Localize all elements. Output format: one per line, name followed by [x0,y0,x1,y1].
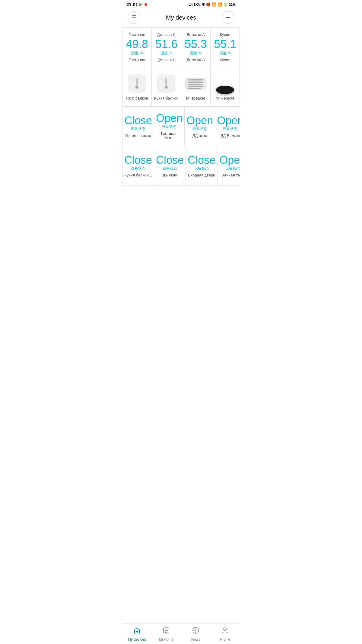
device-cell-kukhnya[interactable]: Кухня 55.1 湿度 % Кухня [211,28,240,67]
device-name-vkhodnaya: Входная дверь [188,173,215,177]
nav-item-profile[interactable]: Profile [211,623,240,644]
status-vkhodnaya: Close [188,154,215,166]
status-dd-okno: Open [186,115,213,127]
status-gostinaaya-okno: Close [124,115,152,127]
thermometer-icon-2 [157,75,175,93]
svg-point-18 [224,628,227,631]
room-name-2: Детская Д [157,32,176,37]
status-label-kukhnya-balkon-2: 设备状态 [131,166,145,171]
profile-icon [221,627,229,636]
room-name-1: Гостиная [129,32,145,37]
speaker-img [185,73,206,94]
device-name-gost-balkon: Гост. балкон [126,96,148,100]
status-kukhnya-balkon-2: Close [124,154,152,166]
device-cell-da-okno[interactable]: Close 设备状态 ДА окно [154,146,186,186]
device-cell-kukhnya-balkon[interactable]: Кухня балкон [152,67,181,106]
nav-label-my-devices: My devices [128,637,146,642]
svg-rect-8 [136,631,138,633]
status-label-dd-balkon: 设备状态 [223,126,237,132]
mute-icon: 🔕 [206,2,211,7]
humidity-unit-3: 湿度 % [190,51,202,56]
status-label-vannaya: 设备状态 [225,166,240,171]
svg-rect-2 [137,80,138,85]
mi-home-icon [162,627,170,636]
network-speed: 14.3K/с [189,3,201,6]
remote-img [214,73,236,94]
device-name-kukhnya-balkon-2: Кухня балкон... [124,173,152,177]
status-time: 21:01 [126,2,138,7]
device-cell-gostinaaya-okno[interactable]: Close 设备状态 Гостиная окно [122,107,154,146]
add-icon: + [226,14,230,21]
status-label-dd-okno: 设备状态 [192,126,207,132]
remote-disc-icon [216,86,234,94]
nav-item-mi-home[interactable]: Mi Home [152,623,181,644]
speaker-lines [188,79,203,89]
device-cell-dd-okno[interactable]: Open 设备状态 ДД окно [185,107,215,146]
device-name-vannaya: Ванная течь [221,173,240,177]
nav-label-mi-home: Mi Home [159,637,173,642]
device-icon-row: Гост. балкон Кухня балкон [122,67,240,106]
device-cell-vannaya[interactable]: Open 设备状态 Ванная течь [218,146,240,186]
page-title: My devices [166,14,196,21]
device-cell-gostinaaya[interactable]: Гостиная 49.8 湿度 % Гостиная [122,28,152,67]
status-row-1: Close 设备状态 Гостиная окно Open 设备状态 Гости… [122,106,240,146]
menu-icon: ☰ [132,14,136,21]
menu-button[interactable]: ☰ [128,11,140,24]
add-device-button[interactable]: + [222,11,234,24]
device-name-mi-speaker: Mi speaker [186,96,205,100]
status-left: 21:01 ▶ ⏺ [126,2,148,7]
device-cell-kukhnya-balkon-2[interactable]: Close 设备状态 Кухня балкон... [122,146,154,186]
device-cell-detskaya-a[interactable]: Детская А 55.3 湿度 % Детская А [181,28,211,67]
humidity-value-3: 55.3 [185,38,207,51]
app-header: ☰ My devices + [122,8,240,27]
room-name-4: Кухня [220,32,230,37]
device-name-1: Гостиная [129,58,145,62]
device-name-2: Детская Д [157,58,176,62]
humidity-unit-4: 湿度 % [219,51,231,56]
svg-point-3 [136,86,138,88]
humidity-unit-1: 湿度 % [131,51,143,56]
device-cell-mi-remote[interactable]: Mi Remote [211,67,240,106]
news-icon [192,627,200,636]
device-cell-vkhodnaya[interactable]: Close 设备状态 Входная дверь [186,146,218,186]
device-name-3: Детская А [186,58,205,62]
status-label-gostinaaya-okno: 设备状态 [131,126,145,132]
device-cell-gostinaaya-bal[interactable]: Open 设备状态 Гостиная бал... [154,107,185,146]
wifi-icon: 📶 [212,2,216,7]
bottom-nav: My devices Mi Home News [122,623,240,644]
play-icon: ▶ [139,2,142,7]
humidity-value-1: 49.8 [126,38,148,51]
status-label-da-okno: 设备状态 [163,166,177,171]
signal-icon: 📶 [218,2,222,7]
device-name-da-okno: ДА окно [163,173,177,177]
device-cell-dd-balkon[interactable]: Open 设备状态 ДД Балкон [215,107,240,146]
humidity-unit-2: 湿度 % [160,51,172,56]
battery-percent: 22% [229,3,236,6]
device-cell-gost-balkon[interactable]: Гост. балкон [122,67,152,106]
nav-item-my-devices[interactable]: My devices [122,623,152,644]
room-name-3: Детская А [186,32,205,37]
device-cell-mi-speaker[interactable]: Mi speaker [181,67,211,106]
svg-point-7 [165,86,167,88]
status-bar: 21:01 ▶ ⏺ 14.3K/с ✱ 🔕 📶 📶 🔋 22% [122,0,240,8]
device-name-dd-balkon: ДД Балкон [221,133,240,138]
main-content: Гостиная 49.8 湿度 % Гостиная Детская Д 51… [122,27,240,207]
status-label-gostinaaya-bal: 设备状态 [162,124,176,129]
home-icon [133,627,141,636]
status-dd-balkon: Open [217,115,240,127]
thermometer-img-2 [156,73,177,94]
device-cell-detskaya-d[interactable]: Детская Д 51.6 湿度 % Детская Д [152,28,181,67]
humidity-row: Гостиная 49.8 湿度 % Гостиная Детская Д 51… [122,27,240,67]
status-right: 14.3K/с ✱ 🔕 📶 📶 🔋 22% [189,2,236,7]
device-name-kukhnya-balkon: Кухня балкон [154,96,179,100]
nav-item-news[interactable]: News [181,623,211,644]
nav-label-news: News [191,637,200,642]
record-icon: ⏺ [144,2,148,7]
device-name-mi-remote: Mi Remote [215,96,234,100]
speaker-icon [185,78,206,90]
status-gostinaaya-bal: Open [156,112,183,124]
device-name-dd-okno: ДД окно [192,133,207,138]
status-vannaya: Open [219,154,240,166]
device-name-gostinaaya-okno: Гостиная окно [125,133,151,138]
status-da-okno: Close [156,154,184,166]
